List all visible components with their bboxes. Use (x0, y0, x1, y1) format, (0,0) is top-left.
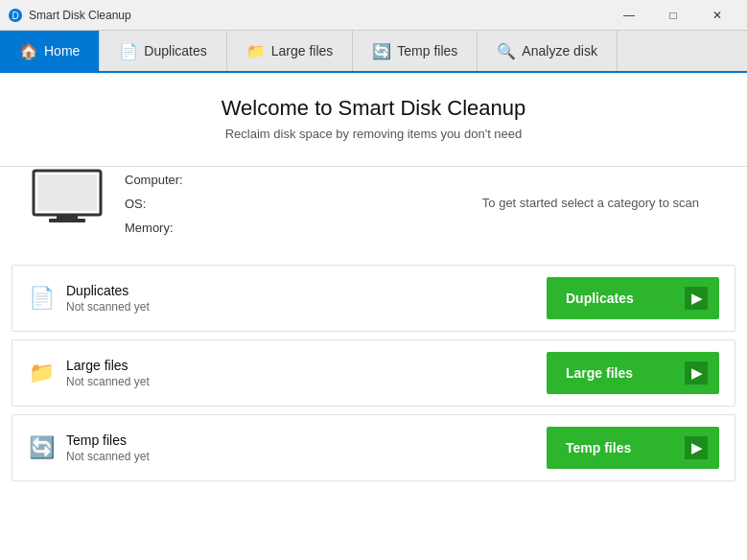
large-files-card: 📁 Large files Not scanned yet Large file… (12, 339, 735, 407)
computer-label: Computer: (125, 171, 183, 191)
tab-large-files[interactable]: 📁 Large files (227, 31, 354, 71)
title-bar: D Smart Disk Cleanup — □ ✕ (0, 0, 747, 31)
minimize-button[interactable]: — (607, 0, 651, 31)
hint-text: To get started select a category to scan (482, 196, 718, 210)
tab-duplicates[interactable]: 📄 Duplicates (100, 31, 226, 71)
temp-files-scan-button[interactable]: Temp files ▶ (547, 427, 719, 469)
temp-files-nav-icon: 🔄 (372, 42, 391, 60)
tab-temp-files[interactable]: 🔄 Temp files (353, 31, 478, 71)
temp-files-card: 🔄 Temp files Not scanned yet Temp files … (12, 414, 735, 481)
tab-home[interactable]: 🏠 Home (0, 31, 100, 71)
app-icon: D (8, 8, 23, 23)
welcome-title: Welcome to Smart Disk Cleanup (19, 96, 728, 121)
monitor-icon (29, 167, 105, 229)
duplicates-info: Duplicates Not scanned yet (66, 283, 535, 314)
home-icon: 🏠 (19, 42, 38, 60)
svg-rect-4 (57, 215, 78, 219)
tab-home-label: Home (44, 43, 80, 58)
tab-analyze-disk[interactable]: 🔍 Analyze disk (478, 31, 618, 71)
temp-files-status: Not scanned yet (66, 450, 535, 463)
svg-rect-5 (49, 219, 85, 222)
window-title: Smart Disk Cleanup (29, 9, 607, 22)
monitor-svg (30, 169, 105, 228)
nav-bar: 🏠 Home 📄 Duplicates 📁 Large files 🔄 Temp… (0, 31, 747, 73)
welcome-subtitle: Reclaim disk space by removing items you… (19, 127, 728, 141)
system-info-row: Computer: OS: Memory: To get started sel… (0, 167, 747, 257)
maximize-button[interactable]: □ (651, 0, 695, 31)
temp-files-card-icon: 🔄 (28, 435, 55, 460)
temp-files-info: Temp files Not scanned yet (66, 432, 535, 463)
tab-large-files-label: Large files (271, 43, 334, 58)
welcome-section: Welcome to Smart Disk Cleanup Reclaim di… (0, 73, 747, 167)
duplicates-nav-icon: 📄 (119, 42, 138, 60)
tab-analyze-disk-label: Analyze disk (522, 43, 597, 58)
large-files-btn-label: Large files (566, 365, 633, 381)
large-files-status: Not scanned yet (66, 375, 535, 388)
duplicates-card-icon: 📄 (28, 286, 55, 311)
duplicates-scan-button[interactable]: Duplicates ▶ (547, 277, 719, 319)
os-label: OS: (125, 195, 183, 215)
tab-temp-files-label: Temp files (397, 43, 457, 58)
large-files-nav-icon: 📁 (246, 42, 266, 60)
duplicates-btn-arrow: ▶ (685, 287, 708, 310)
svg-text:D: D (12, 11, 18, 21)
memory-label: Memory: (125, 219, 183, 239)
duplicates-status: Not scanned yet (66, 300, 535, 314)
svg-rect-3 (37, 175, 97, 211)
temp-files-btn-label: Temp files (566, 440, 631, 455)
tab-duplicates-label: Duplicates (144, 43, 206, 58)
large-files-card-icon: 📁 (28, 361, 55, 385)
large-files-info: Large files Not scanned yet (66, 358, 535, 388)
large-files-scan-button[interactable]: Large files ▶ (547, 352, 719, 394)
temp-files-btn-arrow: ▶ (685, 436, 708, 459)
large-files-btn-arrow: ▶ (685, 362, 708, 385)
main-content: Welcome to Smart Disk Cleanup Reclaim di… (0, 73, 747, 560)
window-controls: — □ ✕ (607, 0, 739, 31)
analyze-disk-nav-icon: 🔍 (497, 42, 516, 60)
close-button[interactable]: ✕ (695, 0, 739, 31)
temp-files-name: Temp files (66, 432, 535, 448)
system-labels: Computer: OS: Memory: (125, 167, 183, 238)
duplicates-card: 📄 Duplicates Not scanned yet Duplicates … (12, 265, 735, 332)
category-section: 📄 Duplicates Not scanned yet Duplicates … (0, 265, 747, 481)
large-files-name: Large files (66, 358, 535, 373)
duplicates-btn-label: Duplicates (566, 291, 634, 306)
duplicates-name: Duplicates (66, 283, 535, 298)
